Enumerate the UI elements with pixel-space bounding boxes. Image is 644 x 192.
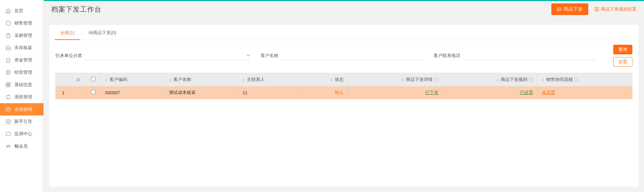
data-table: ⚙ 客户编码 客户名称 主联系人 状态 商品下发详情? 商品下发规则? 销售协同…	[55, 73, 632, 99]
svg-rect-5	[6, 85, 8, 87]
sidebar-item-label: 企业协同	[14, 106, 32, 112]
detail-link[interactable]: 已下发	[425, 90, 438, 95]
sort-icon	[169, 78, 171, 82]
sort-icon	[242, 78, 245, 82]
page-title: 档案下发工作台	[51, 5, 551, 14]
tab-all[interactable]: 全部(1)	[55, 26, 80, 40]
tab-pending[interactable]: 待商品下发(0)	[83, 26, 122, 40]
sort-icon	[496, 78, 499, 82]
info-icon: ?	[574, 78, 579, 82]
main-header: 档案下发工作台 商品下发 商品下发规则设置	[44, 0, 644, 19]
col-contact[interactable]: 主联系人	[238, 73, 302, 86]
sidebar-item-home[interactable]: 首页	[0, 5, 43, 17]
sidebar-item-sales[interactable]: 销售管理	[0, 17, 43, 29]
sidebar-item-collaboration[interactable]: 企业协同	[0, 103, 43, 115]
grid-icon	[5, 82, 11, 87]
sidebar: 首页 销售管理 采购管理 库存核算 资金管理 经营管理 基础信息 系统管理	[0, 0, 44, 192]
search-button[interactable]: 查询	[613, 45, 632, 54]
sidebar-item-purchase[interactable]: 采购管理	[0, 29, 43, 42]
vip-icon	[5, 143, 11, 149]
new-icon: 新	[5, 119, 11, 124]
svg-rect-6	[9, 85, 10, 87]
sidebar-item-label: 销售管理	[14, 20, 32, 26]
cycle-icon	[5, 94, 11, 100]
sidebar-item-label: 基础信息	[14, 82, 32, 88]
col-name[interactable]: 客户名称	[165, 73, 238, 86]
filter-category-input[interactable]	[84, 51, 250, 60]
header-checkbox[interactable]	[91, 77, 95, 81]
svg-rect-7	[6, 108, 10, 111]
sidebar-item-inventory[interactable]: 库存核算	[0, 42, 43, 54]
flow-link[interactable]: 未设置	[542, 90, 555, 95]
cell-gear	[71, 86, 86, 99]
sidebar-item-funds[interactable]: 资金管理	[0, 54, 43, 66]
cell-status: 终止	[302, 86, 348, 99]
clipboard-icon	[5, 70, 11, 75]
cell-detail: 已下发	[348, 86, 443, 99]
col-rule[interactable]: 商品下发规则?	[443, 73, 537, 86]
sort-icon	[330, 78, 333, 82]
cell-flow: 未设置	[537, 86, 632, 99]
rule-icon	[594, 7, 599, 12]
sidebar-item-label: 畅会员	[14, 143, 28, 149]
tag-icon	[5, 20, 11, 26]
filter-phone-input[interactable]	[462, 51, 596, 60]
filter-name-input[interactable]	[280, 51, 423, 60]
row-checkbox[interactable]	[91, 90, 95, 94]
sidebar-item-label: 库存核算	[14, 45, 32, 51]
sidebar-item-system[interactable]: 系统管理	[0, 91, 43, 103]
sidebar-item-operations[interactable]: 经营管理	[0, 66, 43, 79]
svg-rect-1	[6, 58, 10, 63]
sidebar-item-label: 首页	[14, 8, 23, 14]
home-icon	[5, 8, 11, 14]
filter-name-label: 客户名称	[261, 53, 278, 59]
tabs: 全部(1) 待商品下发(0)	[49, 25, 639, 40]
money-icon	[5, 57, 11, 63]
sort-icon	[542, 78, 544, 82]
distribute-icon	[557, 7, 562, 12]
collaboration-icon	[5, 107, 11, 112]
sidebar-item-appcenter[interactable]: 应用中心	[0, 128, 43, 140]
svg-rect-11	[557, 8, 561, 11]
app-icon	[5, 131, 11, 137]
distribute-button[interactable]: 商品下发	[551, 3, 588, 15]
filter-category: 往来单位分类	[55, 51, 250, 60]
svg-rect-10	[6, 132, 10, 136]
gear-icon: ⚙	[76, 77, 80, 82]
table-row[interactable]: 1 000007 测试成本核算 11 终止 已下发 已设置 未设置	[56, 86, 632, 99]
sidebar-item-label: 采购管理	[14, 32, 32, 39]
rule-settings-link[interactable]: 商品下发规则设置	[594, 6, 636, 12]
col-status[interactable]: 状态	[302, 73, 348, 86]
cell-checkbox	[86, 86, 101, 99]
cell-name: 测试成本核算	[165, 86, 238, 99]
info-icon: ?	[529, 78, 533, 82]
sort-icon	[402, 78, 404, 82]
svg-rect-4	[9, 83, 10, 84]
col-gear[interactable]: ⚙	[71, 73, 86, 86]
filter-buttons: 查询 设置	[613, 45, 632, 67]
col-flow[interactable]: 销售协同流程?	[537, 73, 632, 86]
cell-contact: 11	[238, 86, 302, 99]
distribute-button-label: 商品下发	[564, 6, 583, 12]
rule-link[interactable]: 已设置	[520, 90, 533, 95]
filter-phone: 客户联系电话	[434, 51, 596, 60]
filter-name: 客户名称	[261, 51, 423, 60]
sidebar-item-guide[interactable]: 新 新手引导	[0, 115, 43, 128]
svg-text:新: 新	[7, 120, 10, 123]
cell-rule: 已设置	[443, 86, 537, 99]
sidebar-item-basicinfo[interactable]: 基础信息	[0, 79, 43, 91]
main-content: 档案下发工作台 商品下发 商品下发规则设置 全部(1) 待商品下发(0)	[44, 0, 644, 192]
sidebar-item-label: 新手引导	[14, 119, 32, 125]
table-header-row: ⚙ 客户编码 客户名称 主联系人 状态 商品下发详情? 商品下发规则? 销售协同…	[56, 73, 632, 86]
cell-code: 000007	[101, 86, 165, 99]
reset-button[interactable]: 设置	[613, 57, 632, 67]
svg-rect-0	[6, 35, 10, 38]
filters-row: 往来单位分类 客户名称 客户联系电话 查询 设置	[49, 40, 639, 73]
sidebar-item-label: 系统管理	[14, 94, 32, 100]
svg-rect-3	[6, 83, 8, 84]
sidebar-item-label: 经营管理	[14, 69, 32, 76]
col-detail[interactable]: 商品下发详情?	[348, 73, 443, 86]
table-container: ⚙ 客户编码 客户名称 主联系人 状态 商品下发详情? 商品下发规则? 销售协同…	[49, 73, 639, 99]
sidebar-item-vip[interactable]: 畅会员	[0, 140, 43, 152]
col-code[interactable]: 客户编码	[101, 73, 165, 86]
